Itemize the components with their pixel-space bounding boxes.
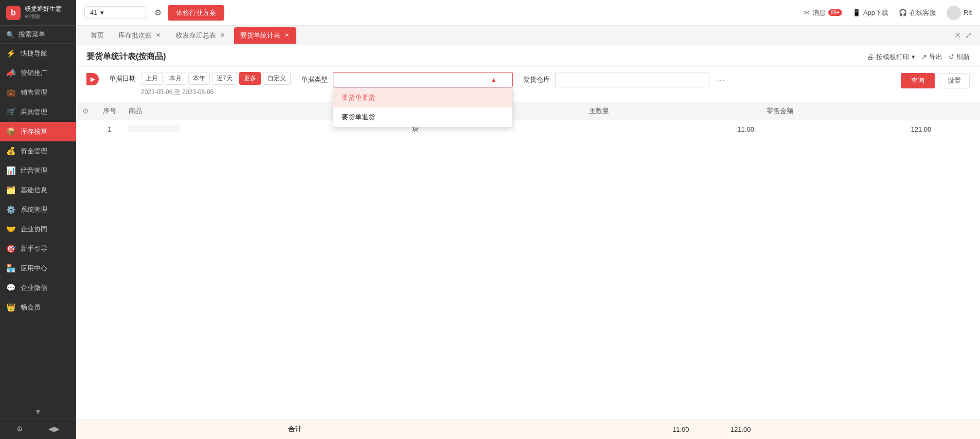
query-button[interactable]: 查询 — [901, 73, 935, 88]
date-more-btn[interactable]: 更多 — [239, 72, 261, 85]
export-btn[interactable]: ↗ 导出 — [921, 52, 942, 62]
sidebar-item-label: 采购管理 — [21, 107, 47, 117]
wechat-icon: 💬 — [6, 283, 15, 292]
topbar-left: 41 ▾ ⚙ 体验行业方案 — [84, 5, 224, 21]
tab-home[interactable]: 首页 — [84, 27, 110, 44]
sidebar-item-marketing[interactable]: 📣 营销推广 — [0, 63, 76, 83]
col-extra — [937, 102, 980, 120]
tab-batch-account-label: 库存批次账 — [118, 31, 152, 40]
sidebar-item-member[interactable]: 👑 畅会员 — [0, 298, 76, 317]
operation-icon: 📊 — [6, 166, 15, 175]
tab-expand[interactable]: ⤢ — [965, 30, 972, 40]
sidebar-item-label: 销售管理 — [21, 88, 47, 97]
content-area: 要货单统计表(按商品) 🖨 按模板打印 ▾ ↗ 导出 ↺ 刷新 — [76, 45, 980, 439]
tab-batch-account[interactable]: 库存批次账 ✕ — [112, 27, 168, 44]
date-label: 单据日期 — [109, 74, 136, 83]
tab-order-stats-label: 要货单统计表 — [240, 31, 280, 40]
sidebar-bottom: ⚙ ◀▶ — [0, 418, 76, 439]
filter-expand-btn[interactable]: ▶ — [86, 73, 99, 85]
date-year-btn[interactable]: 本年 — [188, 72, 210, 85]
topbar: 41 ▾ ⚙ 体验行业方案 ✉ 消息 99+ 📱 App下载 🎧 在线客服 R — [76, 0, 980, 26]
tab-receipt-summary[interactable]: 收发存汇总表 ✕ — [170, 27, 232, 44]
date-range-row: 2023-05-06 至 2023-06-06 — [109, 88, 291, 97]
sidebar-item-sales[interactable]: 💼 销售管理 — [0, 83, 76, 102]
sidebar-item-purchase[interactable]: 🛒 采购管理 — [0, 102, 76, 122]
user-name: Rit — [964, 9, 972, 16]
date-current-btn[interactable]: 本月 — [165, 72, 186, 85]
settings-bottom-btn[interactable]: ⚙ — [14, 423, 25, 435]
tab-receipt-summary-close[interactable]: ✕ — [219, 31, 226, 40]
sidebar-item-operation[interactable]: 📊 经营管理 — [0, 161, 76, 180]
member-icon: 👑 — [6, 303, 15, 312]
dropdown-item-order-return[interactable]: 要货单退货 — [333, 107, 512, 127]
service-label: 在线客服 — [910, 8, 936, 17]
search-menu[interactable]: 🔍 搜索菜单 — [0, 26, 76, 44]
app-download-icon: 📱 — [852, 9, 861, 16]
sidebar-item-finance[interactable]: 💰 资金管理 — [0, 141, 76, 161]
collapse-btn[interactable]: ◀▶ — [46, 423, 62, 435]
tab-receipt-summary-label: 收发存汇总表 — [176, 31, 216, 40]
refresh-label: 刷新 — [956, 52, 970, 62]
tab-close-all[interactable]: ✕ — [954, 30, 961, 40]
trial-button[interactable]: 体验行业方案 — [168, 5, 224, 21]
content-header: 要货单统计表(按商品) 🖨 按模板打印 ▾ ↗ 导出 ↺ 刷新 — [76, 45, 980, 67]
marketing-icon: 📣 — [6, 68, 15, 78]
tab-batch-account-close[interactable]: ✕ — [155, 31, 162, 40]
header-actions: 🖨 按模板打印 ▾ ↗ 导出 ↺ 刷新 — [867, 52, 970, 62]
chevron-right-icon: ▶ — [91, 76, 95, 83]
settings-button[interactable]: 设置 — [939, 73, 970, 88]
sidebar-item-enterprise[interactable]: 🤝 企业协同 — [0, 220, 76, 239]
messages-btn[interactable]: ✉ 消息 99+ — [804, 8, 842, 17]
filter-date-group: 单据日期 上月 本月 本年 近7天 更多 自定义 2023-05-06 至 20… — [109, 72, 291, 97]
sidebar-item-system[interactable]: ⚙️ 系统管理 — [0, 200, 76, 220]
sidebar-item-quick-nav[interactable]: ⚡ 快捷导航 — [0, 44, 76, 63]
footer-label: 合计 — [288, 425, 301, 434]
sidebar-scroll-down[interactable]: ▼ — [0, 406, 76, 418]
date-range-text: 2023-05-06 至 2023-06-06 — [141, 88, 213, 97]
tab-home-label: 首页 — [91, 31, 104, 40]
date-7days-btn[interactable]: 近7天 — [212, 72, 237, 85]
sidebar-item-label: 企业协同 — [21, 225, 47, 234]
table-head: ⚙ 序号 商品 主计量单位 主数量 零售金额 — [76, 102, 980, 120]
filter-type-select[interactable]: ▲ — [333, 72, 513, 87]
row-settings — [76, 120, 97, 138]
table-footer: 合计 11.00 121.00 — [76, 419, 980, 439]
print-btn[interactable]: 🖨 按模板打印 ▾ — [867, 52, 915, 62]
enterprise-icon: 🤝 — [6, 225, 15, 234]
sidebar-item-base[interactable]: 🗂️ 基础信息 — [0, 180, 76, 200]
table-row: 1 块 11.00 121.00 — [76, 120, 980, 138]
app-download-btn[interactable]: 📱 App下载 — [852, 8, 888, 17]
tab-order-stats-close[interactable]: ✕ — [283, 31, 290, 40]
col-qty-header: 主数量 — [583, 102, 760, 120]
tab-order-stats[interactable]: 要货单统计表 ✕ — [234, 27, 296, 44]
purchase-icon: 🛒 — [6, 107, 15, 117]
date-prev-btn[interactable]: 上月 — [141, 72, 163, 85]
scroll-down-button[interactable]: ▼ — [2, 408, 74, 416]
service-btn[interactable]: 🎧 在线客服 — [899, 8, 936, 17]
print-dropdown-icon: ▾ — [912, 53, 915, 61]
sidebar-logo: b 畅捷通好生意 标准版 — [0, 0, 76, 26]
warehouse-input[interactable] — [555, 72, 709, 87]
table-settings-icon[interactable]: ⚙ — [82, 107, 89, 115]
tabs-bar: 首页 库存批次账 ✕ 收发存汇总表 ✕ 要货单统计表 ✕ ✕ ⤢ — [76, 26, 980, 45]
refresh-icon: ↺ — [949, 53, 954, 61]
sidebar-item-label: 快捷导航 — [21, 49, 47, 58]
refresh-btn[interactable]: ↺ 刷新 — [949, 52, 970, 62]
logo-icon: b — [6, 6, 21, 20]
company-selector[interactable]: 41 ▾ — [84, 6, 146, 19]
dropdown-item-order-goods[interactable]: 要货单要货 — [333, 88, 512, 107]
warehouse-label: 要货仓库 — [523, 75, 550, 84]
sidebar-item-appstore[interactable]: 🏪 应用中心 — [0, 259, 76, 278]
user-profile[interactable]: Rit — [947, 6, 972, 20]
more-options-icon[interactable]: ⋯ — [715, 73, 727, 87]
sidebar-item-inventory[interactable]: 📦 库存核算 — [0, 122, 76, 141]
finance-icon: 💰 — [6, 147, 15, 156]
sidebar-item-wechat[interactable]: 💬 企业微信 — [0, 278, 76, 298]
date-custom-btn[interactable]: 自定义 — [263, 72, 291, 85]
inventory-icon: 📦 — [6, 127, 15, 136]
sidebar-item-guide[interactable]: 🎯 新手引导 — [0, 239, 76, 259]
topbar-gear-icon[interactable]: ⚙ — [154, 8, 162, 17]
footer-amount: 121.00 — [700, 426, 751, 433]
guide-icon: 🎯 — [6, 244, 15, 253]
sidebar-item-label: 营销推广 — [21, 68, 47, 78]
